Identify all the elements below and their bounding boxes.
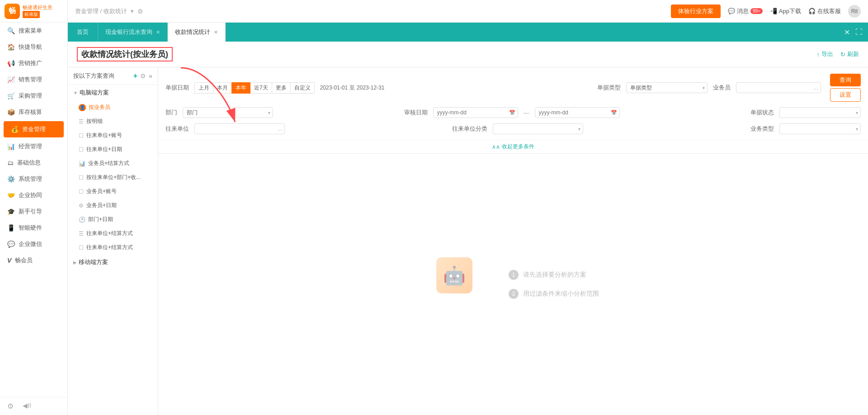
sidebar-item-search-menu[interactable]: 🔍搜索菜单 [0,23,67,39]
sidebar-item-guide[interactable]: 🎓新手引导 [0,203,67,220]
page-content: 收款情况统计(按业务员) ↑导出 ↻刷新 按以下方案查询 [68,42,868,415]
tab-home[interactable]: 首页 [68,23,98,42]
tab-expand-icon[interactable]: ⛶ [855,28,863,36]
partner-category-select[interactable] [493,123,583,134]
settings-button[interactable]: 设置 [830,88,861,102]
app-download-action[interactable]: 📲App下载 [770,7,801,15]
settings-icon[interactable]: ⚙ [137,8,143,15]
scheme-item-salesman-date[interactable]: ⚙ 业务员+日期 [68,198,158,212]
breadcrumb-text: 资金管理 / 收款统计 [75,7,127,15]
scheme-settings-icon[interactable]: ⚙ [140,72,146,80]
settings-bottom-icon[interactable]: ⚙ [7,402,14,410]
sidebar-item-basic[interactable]: 🗂基础信息 [0,155,67,171]
dept-label: 部门 [165,108,177,117]
scheme-item-by-detail[interactable]: ☰ 按明细 [68,114,158,128]
audit-date-to-wrapper: 📅 [535,107,620,118]
scheme-item-partner-settle1[interactable]: ☰ 往来单位+结算方式 [68,226,158,241]
sidebar-item-marketing[interactable]: 📢营销推广 [0,55,67,71]
date-7days-btn[interactable]: 近7天 [250,82,272,94]
scheme-item-partner-settle2[interactable]: ☐ 往来单位+结算方式 [68,241,158,255]
salesman-more-icon[interactable]: ... [814,85,818,91]
online-service-action[interactable]: 🎧在线客服 [808,7,841,15]
scheme-item-partner-dept[interactable]: ☐ 按往来单位+部门+收... [68,170,158,184]
sidebar: 畅 畅捷通好生意 标准版 🔍搜索菜单 🏠快捷导航 📢营销推广 📈销售管理 🛒采购… [0,0,68,415]
sidebar-item-member[interactable]: V畅会员 [0,252,67,269]
top-header: 资金管理 / 收款统计 ▾ ⚙ 体验行业方案 💬 消息 99+ 📲App下载 🎧… [68,0,868,23]
sidebar-item-system[interactable]: ⚙️系统管理 [0,171,67,187]
sidebar-item-sales[interactable]: 📈销售管理 [0,71,67,88]
tab-bank-flow[interactable]: 现金银行流水查询 ✕ [98,23,168,42]
biz-type-select[interactable] [779,123,861,134]
hint-text-2: 用过滤条件来缩小分析范围 [523,290,599,298]
collapse-more-btn[interactable]: ∧∧ 收起更多条件 [158,140,868,153]
tab-receipt-stats[interactable]: 收款情况统计 ✕ [168,23,226,42]
hint-item-2: 2 用过滤条件来缩小分析范围 [509,289,599,299]
sidebar-item-finance[interactable]: 💰资金管理 [4,121,64,137]
audit-date-to[interactable] [535,107,620,118]
date-custom-btn[interactable]: 自定义 [290,82,315,94]
salesman-input[interactable] [736,82,821,93]
scheme-item-partner-date[interactable]: ☐ 往来单位+日期 [68,142,158,156]
scheme-panel-title: 按以下方案查询 [73,72,114,80]
desktop-scheme-group: ▼ 电脑端方案 👤 按业务员 ☰ 按明细 ☐ [68,85,158,255]
scheme-collapse-icon[interactable]: « [149,72,152,80]
message-badge: 99+ [750,8,763,14]
sidebar-item-quick-nav[interactable]: 🏠快捷导航 [0,39,67,55]
biz-type-select-wrapper: ▾ [779,123,861,134]
sidebar-logo: 畅 畅捷通好生意 标准版 [0,0,67,23]
sidebar-item-wechat[interactable]: 💬企业微信 [0,236,67,252]
message-action[interactable]: 💬 消息 99+ [728,7,763,15]
page-header: 收款情况统计(按业务员) ↑导出 ↻刷新 [68,42,868,67]
sidebar-item-inventory[interactable]: 📦库存核算 [0,104,67,120]
desktop-group-title[interactable]: ▼ 电脑端方案 [68,85,158,100]
scheme-item-salesman-account[interactable]: ☐ 业务员+账号 [68,184,158,198]
date-this-month-btn[interactable]: 本月 [213,82,232,94]
dept-select-wrapper: 部门 ▾ [183,107,273,118]
sidebar-item-enterprise[interactable]: 🤝企业协同 [0,187,67,203]
date-more-btn[interactable]: 更多 [272,82,291,94]
user-avatar[interactable]: Rit [848,5,861,18]
scheme-item-by-salesman[interactable]: 👤 按业务员 [68,100,158,114]
breadcrumb-dropdown-icon[interactable]: ▾ [131,8,134,14]
scheme-item-partner-account[interactable]: ☐ 往来单位+账号 [68,128,158,142]
hint-item-1: 1 请先选择要分析的方案 [509,270,599,280]
sidebar-nav: 🔍搜索菜单 🏠快捷导航 📢营销推广 📈销售管理 🛒采购管理 📦库存核算 💰资金管… [0,23,67,397]
partner-label: 往来单位 [165,125,189,133]
mobile-group-title[interactable]: ▶ 移动端方案 [68,255,158,270]
refresh-button[interactable]: ↻刷新 [840,50,859,58]
doc-status-select-wrapper: ▾ [779,107,861,118]
page-title: 收款情况统计(按业务员) [77,47,173,61]
empty-hints: 1 请先选择要分析的方案 2 用过滤条件来缩小分析范围 [509,270,599,299]
dept-select[interactable]: 部门 [183,107,273,118]
logo-icon: 畅 [5,4,20,19]
tab-receipt-stats-close[interactable]: ✕ [214,29,218,35]
sidebar-bottom: ⚙ ◀II [0,397,67,415]
sidebar-item-operation[interactable]: 📊经营管理 [0,138,67,155]
audit-date-from-wrapper: 📅 [433,107,518,118]
partner-input[interactable] [194,123,285,134]
scheme-add-icon[interactable]: + [133,72,137,80]
date-this-year-btn[interactable]: 本年 [231,82,250,94]
doc-status-select[interactable] [779,107,861,118]
partner-category-select-wrapper: ▾ [493,123,583,134]
scheme-item-salesman-settle[interactable]: 📊 业务员+结算方式 [68,156,158,170]
sidebar-item-purchase[interactable]: 🛒采购管理 [0,88,67,104]
scheme-item-dept-date[interactable]: 🕐 部门+日期 [68,212,158,226]
trial-button[interactable]: 体验行业方案 [671,5,721,18]
partner-category-label: 往来单位分类 [452,125,487,133]
date-range-display: 2023-01-01 至 2023-12-31 [320,84,385,92]
audit-date-label: 审核日期 [404,108,428,117]
export-button[interactable]: ↑导出 [817,50,834,58]
doc-type-select[interactable]: 单据类型 [626,82,708,93]
sidebar-item-smart[interactable]: 📱智能硬件 [0,220,67,236]
tab-bank-flow-close[interactable]: ✕ [156,29,160,35]
tab-close-all-icon[interactable]: ✕ [844,28,850,37]
partner-more-icon[interactable]: ... [278,126,282,132]
query-button[interactable]: 查询 [830,74,861,86]
date-last-month-btn[interactable]: 上月 [194,82,213,94]
hint-num-2: 2 [509,289,519,299]
doc-type-label: 单据类型 [597,84,621,92]
audit-date-from[interactable] [433,107,518,118]
tab-bar-right: ✕ ⛶ [839,23,868,42]
collapse-sidebar-icon[interactable]: ◀II [23,402,31,410]
